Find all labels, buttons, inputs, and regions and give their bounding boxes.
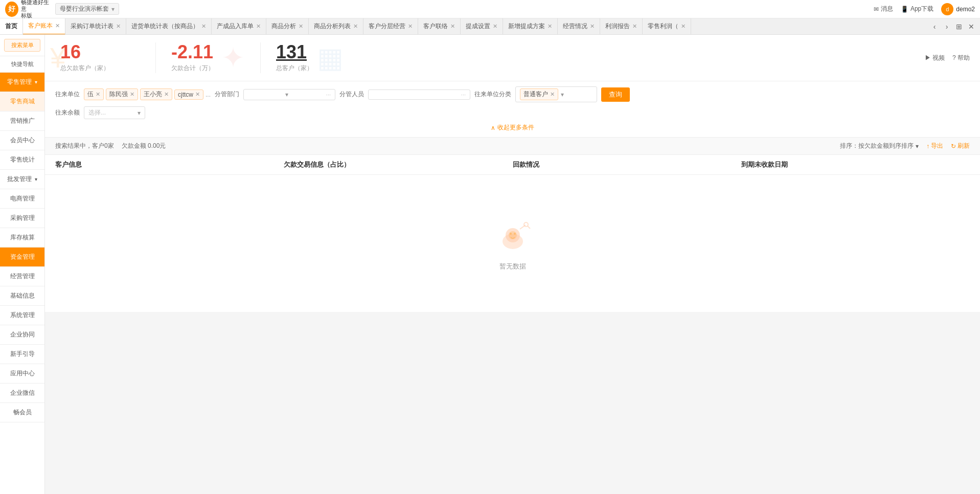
refresh-button[interactable]: ↻ 刷新 — [951, 142, 970, 150]
tab-promotion-settings[interactable]: 提成设置 ✕ — [461, 18, 503, 35]
sidebar-item-inventory[interactable]: 库存核算 — [0, 228, 44, 248]
remove-tag-wang[interactable]: ✕ — [164, 91, 169, 98]
tab-close-icon[interactable]: ✕ — [201, 23, 206, 30]
chevron-down-icon: ▾ — [916, 143, 919, 150]
sidebar-item-retail-stats[interactable]: 零售统计 — [0, 150, 44, 170]
tab-home[interactable]: 首页 — [0, 18, 23, 35]
dept-select[interactable]: ▾ ··· — [243, 89, 335, 100]
tab-next-button[interactable]: › — [941, 20, 953, 33]
sidebar-item-operation-mgmt[interactable]: 经营管理 — [0, 267, 44, 286]
tab-customer-segment[interactable]: 客户分层经营 ✕ — [363, 18, 418, 35]
tab-close-icon[interactable]: ✕ — [353, 23, 358, 30]
sidebar-item-member[interactable]: 畅会员 — [0, 403, 44, 422]
filter-bar: 往来单位 伍 ✕ 陈民强 ✕ 王小亮 ✕ cjttcw — [45, 81, 980, 138]
sidebar-item-enterprise-wechat[interactable]: 企业微信 — [0, 384, 44, 403]
sidebar-item-newcomer-guide[interactable]: 新手引导 — [0, 345, 44, 364]
tab-new-promotion-plan[interactable]: 新增提成方案 ✕ — [503, 18, 558, 35]
content-area: ¥ 16 总欠款客户（家） ✦ -2.11 欠款合计（万） ▦ 131 总客户（… — [45, 35, 980, 494]
collapse-button[interactable]: ∧ 收起更多条件 — [55, 123, 970, 132]
stat-block-1: ¥ 16 总欠款客户（家） — [55, 43, 140, 73]
sidebar-quick-nav[interactable]: 快捷导航 — [0, 56, 44, 73]
video-button[interactable]: ▶ 视频 — [925, 54, 945, 62]
sidebar-item-ecommerce-mgmt[interactable]: 电商管理 — [0, 189, 44, 209]
message-icon: ✉ — [874, 6, 879, 13]
stat-divider-1 — [155, 42, 156, 73]
refresh-icon: ↻ — [951, 143, 956, 150]
sidebar-item-basic-info[interactable]: 基础信息 — [0, 286, 44, 306]
tab-close-icon[interactable]: ✕ — [493, 23, 497, 30]
tab-close-icon[interactable]: ✕ — [632, 23, 637, 30]
filter-tags: 伍 ✕ 陈民强 ✕ 王小亮 ✕ cjttcw ✕ ... — [84, 88, 211, 100]
col-payment-status: 回款情况 — [513, 160, 741, 169]
unit-class-tag: 普通客户 ✕ — [520, 88, 558, 100]
tab-profit-report[interactable]: 利润报告 ✕ — [600, 18, 643, 35]
tab-production-inbound[interactable]: 产成品入库单 ✕ — [212, 18, 266, 35]
tab-close-icon[interactable]: ✕ — [408, 23, 413, 30]
remove-tag-chen[interactable]: ✕ — [130, 91, 134, 98]
tab-close-icon[interactable]: ✕ — [450, 23, 455, 30]
clear-dept-icon[interactable]: ··· — [326, 92, 331, 98]
stats-right-actions: ▶ 视频 ? 帮助 — [925, 54, 970, 62]
topbar: 好 畅捷通好生意 标版 母婴行业演示帐套 ▾ ✉ 消息 📱 App下载 d de… — [0, 0, 980, 18]
sort-button[interactable]: 排序：按欠款金额到序排序 ▾ — [840, 142, 919, 150]
tab-close-icon[interactable]: ✕ — [681, 23, 686, 30]
svg-point-5 — [524, 222, 528, 227]
tab-close-all-button[interactable]: ✕ — [965, 20, 977, 33]
remove-unit-class-tag[interactable]: ✕ — [550, 91, 555, 98]
export-button[interactable]: ↑ 导出 — [926, 142, 943, 150]
sidebar-item-purchase-mgmt[interactable]: 采购管理 — [0, 209, 44, 228]
tab-close-icon[interactable]: ✕ — [256, 23, 261, 30]
tab-menu-button[interactable]: ⊞ — [953, 20, 965, 33]
remove-tag-cjttcw[interactable]: ✕ — [195, 91, 200, 98]
query-button[interactable]: 查询 — [601, 87, 630, 102]
chevron-down-icon: ▾ — [561, 91, 564, 98]
tab-product-analysis-list[interactable]: 商品分析列表 ✕ — [309, 18, 363, 35]
stat3-label: 总客户（家） — [276, 64, 313, 73]
svg-line-6 — [528, 226, 530, 229]
filter-row-1: 往来单位 伍 ✕ 陈民强 ✕ 王小亮 ✕ cjttcw — [55, 86, 970, 102]
sidebar-item-marketing[interactable]: 营销推广 — [0, 111, 44, 131]
tab-close-icon[interactable]: ✕ — [548, 23, 552, 30]
tab-close-icon[interactable]: ✕ — [116, 23, 121, 30]
sidebar-item-app-center[interactable]: 应用中心 — [0, 364, 44, 384]
tab-close-icon[interactable]: ✕ — [299, 23, 303, 30]
remove-tag-wu[interactable]: ✕ — [96, 91, 100, 98]
filter-more-button[interactable]: ... — [206, 91, 211, 98]
sidebar-item-wholesale-mgmt[interactable]: 批发管理 ▾ — [0, 170, 44, 189]
tab-close-icon[interactable]: ✕ — [590, 23, 595, 30]
sidebar-item-finance-mgmt[interactable]: 资金管理 — [0, 248, 44, 267]
sidebar-item-retail-mall[interactable]: 零售商城 — [0, 92, 44, 111]
tab-business-situation[interactable]: 经营情况 ✕ — [558, 18, 600, 35]
person-select[interactable]: ··· — [368, 89, 470, 100]
data-table: 客户信息 欠款交易信息（占比） 回款情况 到期未收款日期 — [45, 155, 980, 312]
tab-customer-accounts[interactable]: 客户账本 ✕ — [23, 18, 65, 35]
user-profile[interactable]: d demo2 — [941, 3, 975, 15]
svg-point-3 — [510, 233, 512, 235]
tab-close-icon[interactable]: ✕ — [55, 23, 60, 29]
app-download-button[interactable]: 📱 App下载 — [901, 5, 933, 13]
export-icon: ↑ — [926, 143, 929, 150]
username-label: demo2 — [956, 6, 975, 13]
tab-incoming-stats[interactable]: 进货单统计表（按商品） ✕ — [126, 18, 212, 35]
sidebar-item-member-center[interactable]: 会员中心 — [0, 131, 44, 150]
result-bar: 搜索结果中，客户0家 欠款金额 0.00元 排序：按欠款金额到序排序 ▾ ↑ 导… — [45, 138, 980, 155]
stat1-value: 16 — [60, 43, 109, 61]
clear-person-icon[interactable]: ··· — [461, 92, 466, 98]
search-menu-button[interactable]: 搜索菜单 — [4, 39, 40, 52]
sidebar-item-retail-mgmt[interactable]: 零售管理 ▾ — [0, 73, 44, 92]
tab-retail-profit[interactable]: 零售利润（ ✕ — [643, 18, 691, 35]
sidebar-item-enterprise-agreement[interactable]: 企业协同 — [0, 325, 44, 345]
tab-prev-button[interactable]: ‹ — [928, 20, 941, 33]
remainder-select[interactable]: 选择... ▾ — [84, 106, 145, 119]
messages-button[interactable]: ✉ 消息 — [874, 5, 893, 13]
logo-icon: 好 — [5, 2, 18, 17]
stat2-value: -2.11 — [171, 43, 214, 61]
tab-purchase-order-stats[interactable]: 采购订单统计表 ✕ — [65, 18, 126, 35]
help-button[interactable]: ? 帮助 — [952, 54, 970, 62]
unit-class-select[interactable]: 普通客户 ✕ ▾ — [515, 86, 597, 102]
tab-customer-contacts[interactable]: 客户联络 ✕ — [418, 18, 461, 35]
company-selector[interactable]: 母婴行业演示帐套 ▾ — [55, 3, 119, 15]
tab-product-analysis[interactable]: 商品分析 ✕ — [266, 18, 309, 35]
sidebar-item-system-mgmt[interactable]: 系统管理 — [0, 306, 44, 325]
unit-class-label: 往来单位分类 — [474, 90, 511, 99]
